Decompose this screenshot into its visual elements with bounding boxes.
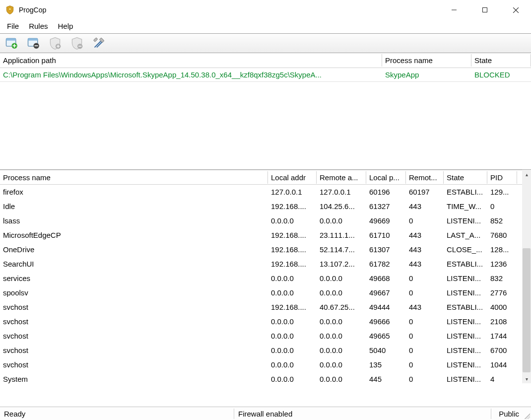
connection-row[interactable]: svchost192.168....40.67.25...49444443EST…: [0, 300, 522, 314]
cell-app-path: C:\Program Files\WindowsApps\Microsoft.S…: [0, 69, 382, 81]
connection-row[interactable]: svchost0.0.0.00.0.0.0496660LISTENI...210…: [0, 314, 522, 329]
cell-remote-addr: 0.0.0.0: [317, 359, 366, 370]
status-ready: Ready: [0, 409, 234, 419]
cell-local-addr: 192.168....: [268, 244, 317, 255]
connection-row[interactable]: OneDrive192.168....52.114.7...61307443CL…: [0, 242, 522, 257]
cell-local-addr: 0.0.0.0: [268, 316, 317, 327]
col-remote-addr[interactable]: Remote a...: [317, 171, 366, 184]
cell-pid: 7680: [487, 229, 517, 241]
cell-local-port: 49669: [366, 215, 406, 226]
col-conn-state[interactable]: State: [444, 171, 487, 184]
cell-local-port: 49666: [366, 316, 406, 327]
col-local-addr[interactable]: Local addr: [268, 171, 317, 184]
svg-rect-22: [93, 38, 98, 42]
cell-remote-port: 443: [406, 301, 444, 313]
cell-conn-state: LISTENI...: [444, 345, 487, 356]
col-pid[interactable]: PID: [487, 171, 517, 184]
cell-conn-state: LISTENI...: [444, 359, 487, 370]
connection-row[interactable]: svchost0.0.0.00.0.0.0496650LISTENI...174…: [0, 329, 522, 343]
connection-row[interactable]: firefox127.0.0.1127.0.0.16019660197ESTAB…: [0, 185, 522, 199]
rules-header-row: Application path Process name State: [0, 53, 531, 68]
shield-remove-button[interactable]: [68, 35, 85, 51]
connection-row[interactable]: svchost0.0.0.00.0.0.050400LISTENI...6700: [0, 343, 522, 357]
cell-process: svchost: [0, 316, 268, 327]
cell-remote-port: 60197: [406, 186, 444, 198]
connection-row[interactable]: Idle192.168....104.25.6...61327443TIME_W…: [0, 199, 522, 213]
cell-process: lsass: [0, 215, 268, 226]
connections-scrollbar[interactable]: ▴ ▾: [522, 170, 531, 383]
cell-local-port: 61327: [366, 201, 406, 212]
cell-remote-port: 443: [406, 229, 444, 241]
scroll-down-icon[interactable]: ▾: [522, 374, 531, 383]
connection-row[interactable]: MicrosoftEdgeCP192.168....23.111.1...617…: [0, 228, 522, 242]
cell-conn-state: LISTENI...: [444, 316, 487, 327]
cell-local-port: 49665: [366, 330, 406, 342]
scroll-track[interactable]: [522, 179, 531, 374]
cell-process: svchost: [0, 330, 268, 342]
col-process[interactable]: Process name: [0, 171, 268, 184]
cell-local-port: 61782: [366, 258, 406, 270]
shield-add-button[interactable]: [47, 35, 64, 51]
minimize-button[interactable]: [439, 0, 469, 20]
status-firewall: Firewall enabled: [234, 409, 491, 419]
cell-pid: 832: [487, 273, 517, 284]
cell-remote-port: 443: [406, 201, 444, 212]
connections-header-row: Process name Local addr Remote a... Loca…: [0, 170, 522, 185]
rules-pane: Application path Process name State C:\P…: [0, 53, 531, 170]
col-local-port[interactable]: Local p...: [366, 171, 406, 184]
scroll-up-icon[interactable]: ▴: [522, 170, 531, 179]
cell-remote-port: 0: [406, 373, 444, 383]
cell-remote-port: 0: [406, 215, 444, 226]
cell-local-port: 49667: [366, 287, 406, 298]
cell-remote-addr: 0.0.0.0: [317, 316, 366, 327]
cell-local-addr: 192.168....: [268, 229, 317, 241]
rules-row[interactable]: C:\Program Files\WindowsApps\Microsoft.S…: [0, 68, 531, 82]
cell-pid: 852: [487, 215, 517, 226]
maximize-button[interactable]: [469, 0, 500, 20]
menu-rules[interactable]: Rules: [24, 21, 53, 31]
cell-pid: 4: [487, 373, 517, 383]
menu-file[interactable]: File: [2, 21, 24, 31]
menu-bar: File Rules Help: [0, 20, 531, 33]
col-remote-port[interactable]: Remot...: [406, 171, 444, 184]
connection-row[interactable]: spoolsv0.0.0.00.0.0.0496670LISTENI...277…: [0, 285, 522, 300]
cell-remote-addr: 40.67.25...: [317, 301, 366, 313]
add-rule-button[interactable]: [3, 35, 20, 51]
close-button[interactable]: [500, 0, 531, 20]
cell-conn-state: LAST_A...: [444, 229, 487, 241]
cell-proc-name: SkypeApp: [382, 69, 471, 81]
svg-point-0: [9, 8, 11, 10]
col-state[interactable]: State: [471, 54, 531, 67]
connection-row[interactable]: SearchUI192.168....13.107.2...61782443ES…: [0, 257, 522, 271]
cell-local-addr: 192.168....: [268, 201, 317, 212]
connection-row[interactable]: System0.0.0.00.0.0.04450LISTENI...4: [0, 372, 522, 383]
connection-row[interactable]: services0.0.0.00.0.0.0496680LISTENI...83…: [0, 271, 522, 285]
connection-row[interactable]: lsass0.0.0.00.0.0.0496690LISTENI...852: [0, 213, 522, 228]
cell-local-addr: 192.168....: [268, 301, 317, 313]
cell-pid: 2108: [487, 316, 517, 327]
cell-pid: 1744: [487, 330, 517, 342]
menu-help[interactable]: Help: [53, 21, 78, 31]
cell-remote-addr: 0.0.0.0: [317, 373, 366, 383]
cell-remote-port: 443: [406, 244, 444, 255]
cell-remote-addr: 23.111.1...: [317, 229, 366, 241]
remove-rule-button[interactable]: [25, 35, 42, 51]
cell-remote-port: 0: [406, 287, 444, 298]
cell-remote-port: 0: [406, 316, 444, 327]
col-process-name[interactable]: Process name: [382, 54, 471, 67]
cell-local-addr: 0.0.0.0: [268, 215, 317, 226]
col-application-path[interactable]: Application path: [0, 54, 382, 67]
cell-process: spoolsv: [0, 287, 268, 298]
cell-local-addr: 192.168....: [268, 258, 317, 270]
cell-remote-port: 0: [406, 345, 444, 356]
cell-remote-port: 0: [406, 330, 444, 342]
connection-row[interactable]: svchost0.0.0.00.0.0.01350LISTENI...1044: [0, 357, 522, 372]
cell-process: MicrosoftEdgeCP: [0, 229, 268, 241]
svg-rect-11: [28, 38, 38, 40]
resize-grip-icon[interactable]: [523, 412, 530, 419]
cell-local-addr: 0.0.0.0: [268, 373, 317, 383]
cell-process: svchost: [0, 345, 268, 356]
scroll-thumb[interactable]: [523, 248, 531, 372]
status-bar: Ready Firewall enabled Public: [0, 407, 531, 420]
settings-button[interactable]: [90, 35, 107, 51]
